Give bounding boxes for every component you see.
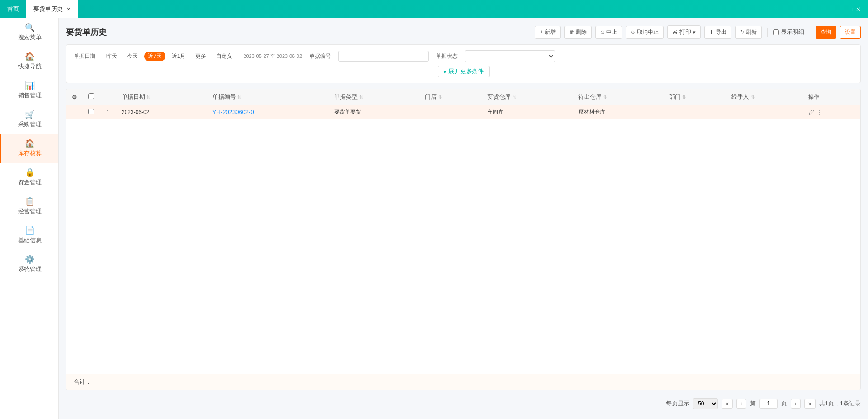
th-num: [99, 89, 117, 105]
td-dept: [665, 105, 727, 119]
expand-filter-button[interactable]: ▾ 展开更多条件: [438, 66, 490, 77]
th-pending-warehouse[interactable]: 待出仓库 ⇅: [574, 89, 665, 105]
window-max-icon[interactable]: □: [849, 6, 852, 13]
td-handler: [727, 105, 804, 119]
sidebar-item-base-info[interactable]: 📄 基础信息: [0, 221, 58, 250]
page-size-select[interactable]: 10 20 50 100: [693, 398, 718, 409]
finance-mgmt-icon: 🔒: [25, 168, 35, 176]
doc-no-link[interactable]: YH-20230602-0: [212, 109, 254, 115]
stop-button[interactable]: ⊙ 中止: [595, 26, 622, 39]
sort-docno-icon: ⇅: [237, 95, 241, 100]
sidebar-item-sys-mgmt[interactable]: ⚙️ 系统管理: [0, 250, 58, 279]
table-row: 1 2023-06-02 YH-20230602-0 要货单要货 车间库 原材料…: [66, 105, 860, 119]
show-detail-checkbox-label[interactable]: 显示明细: [773, 28, 804, 36]
pagination-bar: 每页显示 10 20 50 100 « ‹ 第 页 › » 共1页，1条记录: [66, 395, 861, 412]
date-btn-last-month[interactable]: 近1月: [168, 52, 189, 61]
doc-status-select[interactable]: [465, 50, 555, 62]
filter-expand-row: ▾ 展开更多条件: [74, 66, 853, 77]
th-store[interactable]: 门店 ⇅: [420, 89, 483, 105]
th-req-warehouse[interactable]: 要货仓库 ⇅: [483, 89, 574, 105]
window-controls: — □ ✕: [839, 6, 868, 13]
prev-page-button[interactable]: ‹: [736, 399, 746, 409]
row-ops: 🖊 ⋮: [808, 109, 856, 116]
tab-home[interactable]: 首页: [0, 0, 26, 18]
th-settings[interactable]: ⚙: [66, 89, 83, 105]
main-layout: 🔍 搜索菜单 🏠 快捷导航 📊 销售管理 🛒 采购管理 🏠 库存核算 🔒 资金管…: [0, 18, 868, 419]
date-range-display: 2023-05-27 至 2023-06-02: [243, 53, 302, 60]
page-input[interactable]: [760, 399, 778, 409]
print-button[interactable]: 🖨 打印 ▾: [667, 25, 701, 39]
window-min-icon[interactable]: —: [839, 6, 845, 13]
td-pending-warehouse: 原材料仓库: [574, 105, 665, 119]
th-checkbox: [83, 89, 99, 105]
date-filter-options: 昨天 今天 近7天 近1月 更多 自定义: [103, 52, 236, 61]
row-edit-icon[interactable]: 🖊: [808, 109, 815, 116]
ops-mgmt-icon: 📋: [25, 197, 35, 205]
sidebar-item-inventory-calc[interactable]: 🏠 库存核算: [0, 134, 58, 163]
doc-number-input[interactable]: [338, 51, 429, 62]
th-doc-no[interactable]: 单据编号 ⇅: [208, 89, 330, 105]
date-btn-today[interactable]: 今天: [123, 52, 142, 61]
th-handler[interactable]: 经手人 ⇅: [727, 89, 804, 105]
sidebar: 🔍 搜索菜单 🏠 快捷导航 📊 销售管理 🛒 采购管理 🏠 库存核算 🔒 资金管…: [0, 18, 59, 419]
th-doc-type[interactable]: 单据类型 ⇅: [330, 89, 420, 105]
td-checkbox: [83, 105, 99, 119]
refresh-button[interactable]: ↻ 刷新: [735, 26, 762, 39]
settings-button[interactable]: 设置: [840, 26, 861, 39]
th-ops: 操作: [804, 89, 860, 105]
query-button[interactable]: 查询: [816, 26, 836, 39]
expand-icon: ▾: [443, 68, 447, 75]
sort-reqwh-icon: ⇅: [513, 95, 516, 100]
td-ops: 🖊 ⋮: [804, 105, 860, 119]
settings-col-icon: ⚙: [72, 94, 77, 100]
toolbar-separator-2: [810, 28, 810, 37]
sidebar-item-sales-mgmt[interactable]: 📊 销售管理: [0, 76, 58, 105]
td-settings: [66, 105, 83, 119]
page-title: 要货单历史: [66, 27, 107, 38]
th-date[interactable]: 单据日期 ⇅: [117, 89, 208, 105]
row-more-icon[interactable]: ⋮: [816, 109, 823, 116]
td-doc-no: YH-20230602-0: [208, 105, 330, 119]
page-size-label: 每页显示: [666, 400, 689, 408]
total-info: 共1页，1条记录: [819, 400, 861, 408]
tab-requisition-history[interactable]: 要货单历史 ✕: [26, 0, 78, 18]
add-button[interactable]: + 新增: [535, 26, 560, 39]
inventory-calc-icon: 🏠: [25, 139, 35, 148]
sort-store-icon: ⇅: [438, 95, 442, 100]
td-date: 2023-06-02: [117, 105, 208, 119]
requisition-table: ⚙ 单据日期 ⇅ 单据编号: [66, 89, 860, 119]
purchase-mgmt-icon: 🛒: [25, 110, 35, 119]
cancel-stop-button[interactable]: ⊙ 取消中止: [626, 26, 663, 39]
tab-close-icon[interactable]: ✕: [66, 6, 71, 12]
export-button[interactable]: ⬆ 导出: [704, 26, 731, 39]
sidebar-item-quick-nav[interactable]: 🏠 快捷导航: [0, 47, 58, 76]
table-summary: 合计：: [66, 374, 860, 390]
sort-doctype-icon: ⇅: [359, 95, 363, 100]
sys-mgmt-icon: ⚙️: [25, 255, 35, 263]
date-filter-label: 单据日期: [74, 52, 95, 60]
sidebar-item-ops-mgmt[interactable]: 📋 经营管理: [0, 192, 58, 221]
sidebar-item-purchase-mgmt[interactable]: 🛒 采购管理: [0, 105, 58, 134]
date-btn-custom[interactable]: 自定义: [212, 52, 236, 61]
delete-button[interactable]: 🗑 删除: [564, 26, 592, 39]
show-detail-checkbox[interactable]: [773, 29, 779, 35]
row-checkbox[interactable]: [88, 109, 94, 114]
th-dept[interactable]: 部门 ⇅: [665, 89, 727, 105]
page-suffix: 页: [781, 400, 787, 408]
last-page-button[interactable]: »: [804, 399, 816, 409]
sidebar-item-search-menu[interactable]: 🔍 搜索菜单: [0, 18, 58, 47]
window-close-icon[interactable]: ✕: [856, 6, 861, 13]
date-btn-more[interactable]: 更多: [192, 52, 210, 61]
first-page-button[interactable]: «: [722, 399, 733, 409]
doc-status-label: 单据状态: [436, 52, 458, 60]
search-menu-icon: 🔍: [25, 24, 35, 32]
sort-dept-icon: ⇅: [682, 95, 686, 100]
sales-mgmt-icon: 📊: [25, 81, 35, 90]
sort-pendwh-icon: ⇅: [603, 95, 607, 100]
filter-row-1: 单据日期 昨天 今天 近7天 近1月 更多 自定义 2023-05-27 至 2…: [74, 50, 853, 62]
next-page-button[interactable]: ›: [791, 399, 801, 409]
select-all-checkbox[interactable]: [88, 93, 94, 99]
sidebar-item-finance-mgmt[interactable]: 🔒 资金管理: [0, 163, 58, 192]
date-btn-yesterday[interactable]: 昨天: [103, 52, 121, 61]
date-btn-last7[interactable]: 近7天: [144, 52, 165, 61]
